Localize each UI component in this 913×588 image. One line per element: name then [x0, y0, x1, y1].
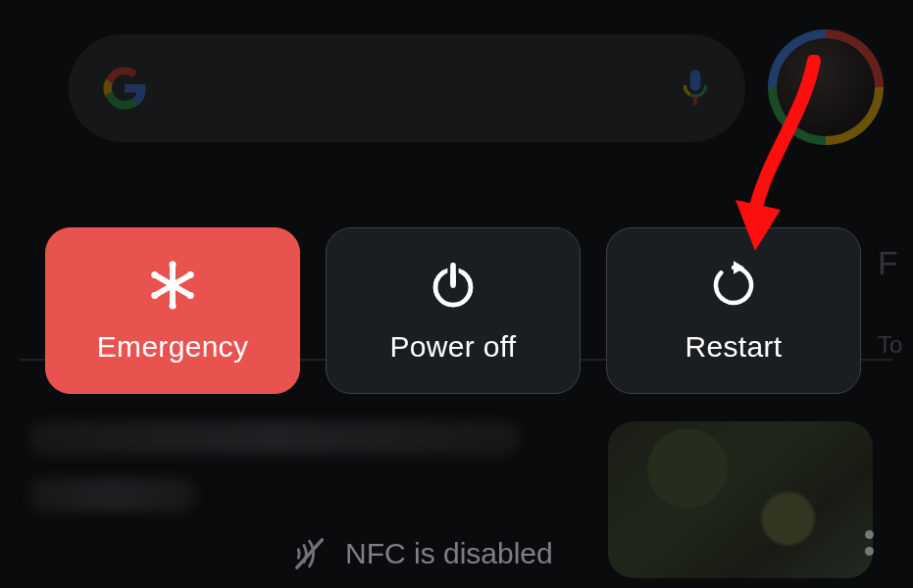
restart-label: Restart — [685, 330, 783, 364]
more-menu[interactable] — [851, 525, 887, 561]
nfc-status: NFC is disabled — [294, 537, 553, 570]
power-off-label: Power off — [390, 330, 517, 364]
blurred-headline — [29, 421, 539, 529]
power-menu: Emergency Power off Restart — [45, 227, 869, 394]
emergency-label: Emergency — [97, 330, 248, 364]
svg-point-8 — [187, 292, 194, 299]
mic-icon[interactable] — [679, 69, 712, 108]
restart-icon — [706, 258, 761, 313]
svg-point-5 — [170, 262, 177, 269]
emergency-button[interactable]: Emergency — [45, 227, 300, 394]
power-icon — [426, 258, 481, 313]
google-logo-icon — [102, 66, 147, 111]
peek-text-to: To — [878, 331, 902, 359]
svg-point-10 — [187, 271, 194, 278]
svg-point-9 — [151, 292, 158, 299]
profile-avatar[interactable] — [768, 29, 884, 145]
content-thumbnail[interactable] — [608, 421, 873, 578]
nfc-disabled-icon — [294, 537, 328, 570]
svg-rect-0 — [690, 70, 701, 90]
svg-line-17 — [297, 540, 323, 567]
svg-point-6 — [170, 303, 177, 310]
medical-asterisk-icon — [145, 258, 200, 313]
avatar-image — [777, 38, 875, 136]
power-off-button[interactable]: Power off — [326, 227, 581, 394]
restart-button[interactable]: Restart — [606, 227, 861, 394]
svg-point-7 — [151, 271, 158, 278]
nfc-status-text: NFC is disabled — [345, 537, 553, 570]
search-bar[interactable] — [69, 34, 745, 142]
